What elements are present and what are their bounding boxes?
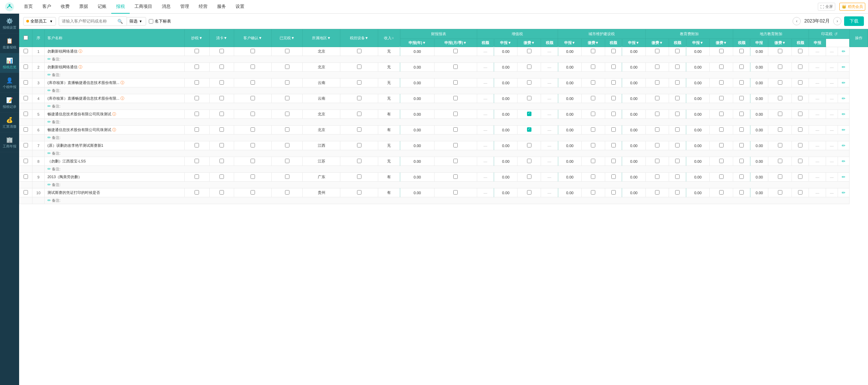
tax-device-checkbox[interactable] (357, 49, 361, 53)
filter-button[interactable]: 筛选 ▼ (126, 17, 146, 26)
customer-confirm-checkbox[interactable] (251, 159, 255, 163)
copy-tax-checkbox[interactable] (195, 65, 199, 69)
note-edit-icon[interactable]: ✏ (47, 167, 51, 171)
row-select-checkbox[interactable] (24, 127, 28, 132)
edit-button[interactable]: ✏ (842, 112, 845, 117)
sidebar-item-annual-report[interactable]: 🏢 工商年报 (0, 132, 19, 152)
row-checkbox[interactable] (611, 190, 616, 195)
copy-tax-checkbox[interactable] (195, 190, 199, 195)
row-checkbox[interactable] (719, 159, 724, 163)
customer-confirm-checkbox[interactable] (251, 143, 255, 147)
row-checkbox[interactable] (739, 159, 744, 163)
row-checkbox[interactable] (453, 49, 458, 53)
customer-confirm-checkbox[interactable] (251, 49, 255, 53)
row-select-checkbox[interactable] (24, 96, 28, 100)
row-checkbox[interactable] (611, 96, 616, 100)
row-checkbox[interactable] (527, 96, 531, 100)
note-edit-icon[interactable]: ✏ (47, 57, 51, 61)
row-checkbox[interactable] (591, 174, 595, 179)
row-checkbox[interactable] (655, 143, 659, 147)
row-checkbox[interactable] (675, 65, 680, 69)
row-checkbox[interactable] (798, 127, 802, 132)
row-checkbox[interactable] (655, 127, 659, 132)
row-checkbox[interactable] (453, 159, 458, 163)
clear-card-checkbox[interactable] (219, 65, 224, 69)
note-edit-icon[interactable]: ✏ (47, 135, 51, 140)
row-checkbox[interactable] (675, 49, 680, 53)
row-checkbox[interactable] (527, 190, 531, 195)
row-checkbox[interactable] (798, 65, 802, 69)
clear-card-checkbox[interactable] (219, 127, 224, 132)
row-checkbox[interactable] (798, 174, 802, 179)
copy-tax-checkbox[interactable] (195, 96, 199, 100)
row-checkbox[interactable] (798, 80, 802, 85)
row-checkbox[interactable] (453, 143, 458, 147)
tax-device-checkbox[interactable] (357, 190, 361, 195)
clear-card-checkbox[interactable] (219, 143, 224, 147)
tax-device-checkbox[interactable] (357, 127, 361, 132)
row-checkbox[interactable] (778, 65, 782, 69)
row-checkbox[interactable] (591, 190, 595, 195)
row-checkbox[interactable] (591, 65, 595, 69)
row-checkbox[interactable] (778, 174, 782, 179)
paid-checkbox[interactable] (285, 112, 289, 116)
nav-billing[interactable]: 收费 (56, 0, 74, 14)
clear-card-checkbox[interactable] (219, 190, 224, 195)
row-checkbox[interactable] (675, 112, 680, 116)
nav-business[interactable]: 工商项目 (130, 0, 157, 14)
paid-checkbox[interactable] (285, 65, 289, 69)
edit-button[interactable]: ✏ (842, 143, 845, 148)
row-checkbox[interactable] (655, 49, 659, 53)
row-checkbox[interactable] (527, 159, 531, 163)
tax-device-checkbox[interactable] (357, 143, 361, 147)
row-checkbox[interactable] (675, 159, 680, 163)
customer-confirm-checkbox[interactable] (251, 112, 255, 116)
row-checkbox[interactable] (453, 190, 458, 195)
row-checkbox[interactable] (739, 190, 744, 195)
prev-month-button[interactable]: ‹ (793, 17, 801, 25)
clear-card-checkbox[interactable] (219, 112, 224, 116)
paid-checkbox[interactable] (285, 49, 289, 53)
search-input[interactable] (59, 16, 127, 26)
customer-confirm-checkbox[interactable] (251, 127, 255, 132)
nav-operation[interactable]: 经营 (194, 0, 212, 14)
row-checkbox[interactable] (778, 159, 782, 163)
edit-button[interactable]: ✏ (842, 49, 845, 54)
row-checkbox[interactable] (591, 159, 595, 163)
paid-checkbox[interactable] (285, 143, 289, 147)
row-select-checkbox[interactable] (24, 49, 28, 53)
row-checkbox[interactable] (527, 65, 531, 69)
row-checkbox[interactable] (453, 174, 458, 179)
row-checkbox[interactable] (655, 80, 659, 85)
nav-manage[interactable]: 管理 (175, 0, 194, 14)
tax-device-checkbox[interactable] (357, 96, 361, 100)
row-checkbox[interactable] (591, 80, 595, 85)
row-checkbox[interactable] (675, 174, 680, 179)
row-checkbox[interactable] (739, 174, 744, 179)
nav-home[interactable]: 首页 (19, 0, 38, 14)
row-checkbox[interactable] (527, 174, 531, 179)
edit-button[interactable]: ✏ (842, 65, 845, 70)
nav-settings[interactable]: 设置 (231, 0, 249, 14)
row-checkbox[interactable] (719, 127, 724, 132)
row-select-checkbox[interactable] (24, 112, 28, 116)
next-month-button[interactable]: › (833, 17, 841, 25)
sidebar-item-batch-tax[interactable]: 📋 批量报税 (0, 33, 19, 53)
row-checkbox[interactable] (453, 80, 458, 85)
row-checkbox[interactable] (719, 96, 724, 100)
edit-button[interactable]: ✏ (842, 159, 845, 164)
nav-customer[interactable]: 客户 (38, 0, 56, 14)
row-checkbox[interactable] (453, 127, 458, 132)
paid-checkbox[interactable] (285, 96, 289, 100)
edit-button[interactable]: ✏ (842, 190, 845, 195)
row-checkbox[interactable] (719, 49, 724, 53)
row-select-checkbox[interactable] (24, 80, 28, 85)
clear-card-checkbox[interactable] (219, 80, 224, 85)
nav-tax[interactable]: 报税 (111, 0, 130, 14)
row-checkbox[interactable] (739, 80, 744, 85)
select-all-checkbox[interactable] (24, 35, 28, 40)
employee-filter-select[interactable]: 全部员工 ▼ (23, 17, 56, 26)
row-select-checkbox[interactable] (24, 65, 28, 69)
row-checkbox[interactable] (655, 159, 659, 163)
row-checkbox[interactable] (739, 143, 744, 147)
